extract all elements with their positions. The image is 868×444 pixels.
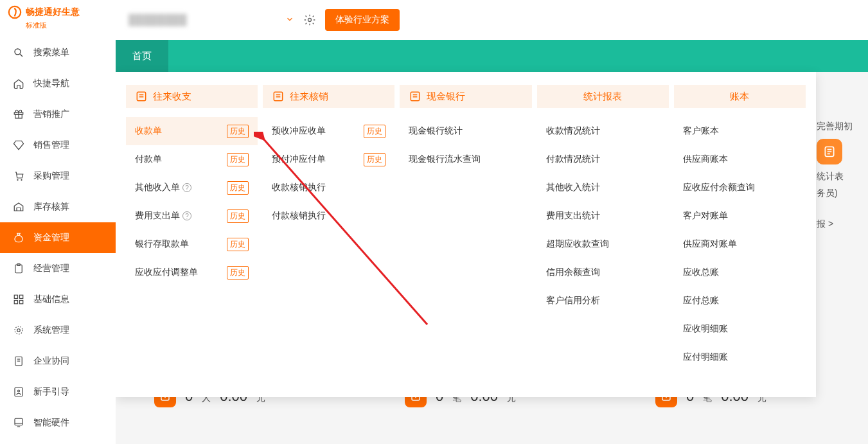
mega-menu-item[interactable]: 超期应收款查询 [537, 230, 669, 258]
history-button[interactable]: 历史 [227, 181, 249, 195]
svg-rect-26 [274, 92, 283, 100]
warehouse-icon [13, 201, 24, 213]
mega-menu-item[interactable]: 付款情况统计 [537, 145, 669, 173]
mega-item-label: 银行存取款单 [135, 238, 189, 250]
mega-menu-item[interactable]: 信用余额查询 [537, 258, 669, 287]
sidebar-item-diamond[interactable]: 销售管理 [0, 130, 116, 161]
sidebar-item-label: 搜索菜单 [33, 47, 69, 58]
guide-icon [13, 386, 24, 398]
mega-menu-item[interactable]: 收款核销执行 [263, 173, 394, 202]
svg-rect-10 [14, 295, 17, 298]
sidebar-item-team[interactable]: 企业协同 [0, 346, 116, 377]
svg-rect-13 [20, 301, 23, 304]
company-selector-name[interactable]: ████████ [128, 14, 276, 26]
mega-menu-item[interactable]: 供应商对账单 [674, 230, 806, 258]
mega-menu-item[interactable]: 应收应付余额查询 [674, 173, 806, 202]
sidebar-item-label: 资金管理 [33, 232, 69, 244]
settings-gear-icon[interactable] [303, 13, 316, 26]
brand-name: 畅捷通好生意 [26, 6, 80, 18]
mega-menu-item[interactable]: 现金银行统计 [400, 117, 531, 145]
device-icon [13, 417, 24, 429]
sidebar-item-search[interactable]: 搜索菜单 [0, 37, 116, 68]
help-icon[interactable]: ? [182, 183, 191, 192]
sidebar-item-gift[interactable]: 营销推广 [0, 99, 116, 130]
mega-menu-item[interactable]: 其他收入单?历史 [126, 173, 258, 202]
sidebar-item-home[interactable]: 快捷导航 [0, 68, 116, 99]
mega-column: 统计报表收款情况统计付款情况统计其他收入统计费用支出统计超期应收款查询信用余额查… [537, 85, 669, 371]
help-icon[interactable]: ? [182, 211, 191, 220]
tab-home[interactable]: 首页 [116, 40, 168, 72]
mega-menu-item[interactable]: 应付总账 [674, 287, 806, 315]
mega-menu-item[interactable]: 客户账本 [674, 117, 806, 145]
mega-menu-item[interactable]: 应收明细账 [674, 315, 806, 343]
sidebar-item-money-bag[interactable]: 资金管理 [0, 222, 116, 253]
mega-menu-item[interactable]: 客户信用分析 [537, 287, 669, 315]
mega-column: 往来收支收款单历史付款单历史其他收入单?历史费用支出单?历史银行存取款单历史应收… [126, 85, 258, 371]
sidebar-item-label: 销售管理 [33, 139, 69, 151]
mega-item-label: 费用支出统计 [546, 210, 600, 222]
mega-item-label: 客户账本 [683, 125, 719, 137]
mega-menu-item[interactable]: 银行存取款单历史 [126, 230, 258, 258]
logo-area: 畅捷通好生意 标准版 [0, 0, 116, 37]
sidebar-item-grid[interactable]: 基础信息 [0, 284, 116, 315]
mega-menu-item[interactable]: 费用支出统计 [537, 202, 669, 230]
svg-rect-11 [20, 295, 23, 298]
mega-menu-item[interactable]: 预收冲应收单历史 [263, 117, 394, 145]
svg-point-24 [308, 19, 312, 22]
mega-menu-item[interactable]: 应收应付调整单历史 [126, 258, 258, 287]
mega-column-header: 往来核销 [263, 85, 394, 108]
svg-point-6 [17, 179, 18, 181]
mega-item-label: 其他收入统计 [546, 182, 600, 193]
history-button[interactable]: 历史 [364, 153, 385, 166]
mega-menu-item[interactable]: 其他收入统计 [537, 173, 669, 202]
mega-menu-item[interactable]: 收款情况统计 [537, 117, 669, 145]
right-peek-line[interactable]: 报 > [817, 218, 868, 230]
sidebar-item-warehouse[interactable]: 库存核算 [0, 191, 116, 222]
sidebar-item-device[interactable]: 智能硬件 [0, 407, 116, 438]
tab-strip: 首页 [116, 40, 868, 72]
mega-column-title: 账本 [730, 91, 749, 103]
mega-menu-item[interactable]: 现金银行流水查询 [400, 145, 531, 173]
history-button[interactable]: 历史 [227, 266, 249, 280]
mega-item-label: 费用支出单? [135, 210, 191, 222]
mega-item-label: 现金银行流水查询 [409, 154, 481, 165]
history-button[interactable]: 历史 [227, 209, 249, 223]
sidebar-item-guide[interactable]: 新手引导 [0, 377, 116, 407]
cart-icon [13, 170, 24, 182]
diamond-icon [13, 139, 24, 151]
topbar: ████████ 体验行业方案 [116, 0, 868, 40]
sidebar-item-cart[interactable]: 采购管理 [0, 161, 116, 191]
try-industry-plan-button[interactable]: 体验行业方案 [325, 9, 400, 31]
mega-item-label: 预收冲应收单 [272, 125, 326, 137]
team-icon [13, 355, 24, 367]
svg-rect-25 [137, 92, 145, 100]
mega-menu-item[interactable]: 应收总账 [674, 258, 806, 287]
history-button[interactable]: 历史 [227, 125, 249, 138]
mega-menu-item[interactable]: 应付明细账 [674, 343, 806, 371]
history-button[interactable]: 历史 [227, 153, 249, 166]
mega-item-label: 应收应付余额查询 [683, 182, 755, 193]
svg-line-2 [20, 54, 22, 57]
home-icon [13, 78, 24, 89]
mega-menu-item[interactable]: 费用支出单?历史 [126, 202, 258, 230]
report-shortcut-icon[interactable] [817, 139, 842, 164]
mega-item-label: 付款情况统计 [546, 154, 600, 165]
mega-menu-item[interactable]: 供应商账本 [674, 145, 806, 173]
mega-menu-item[interactable]: 客户对账单 [674, 202, 806, 230]
history-button[interactable]: 历史 [364, 125, 385, 138]
mega-menu-item[interactable]: 收款单历史 [126, 117, 258, 145]
mega-column-title: 现金银行 [427, 91, 465, 103]
mega-item-label: 收款单 [135, 125, 162, 137]
mega-item-label: 应收明细账 [683, 323, 728, 335]
right-peek-line[interactable]: 统计表 [817, 171, 868, 182]
mega-menu-item[interactable]: 付款单历史 [126, 145, 258, 173]
right-peek-line: 完善期初 [817, 121, 868, 132]
brand-edition: 标准版 [26, 21, 47, 30]
history-button[interactable]: 历史 [227, 238, 249, 251]
sidebar-item-clipboard[interactable]: 经营管理 [0, 253, 116, 284]
sidebar-item-label: 智能硬件 [33, 417, 69, 429]
sidebar-item-cog[interactable]: 系统管理 [0, 315, 116, 346]
mega-menu-item[interactable]: 付款核销执行 [263, 202, 394, 230]
mega-menu-item[interactable]: 预付冲应付单历史 [263, 145, 394, 173]
company-dropdown-chevron-icon[interactable] [285, 15, 294, 26]
